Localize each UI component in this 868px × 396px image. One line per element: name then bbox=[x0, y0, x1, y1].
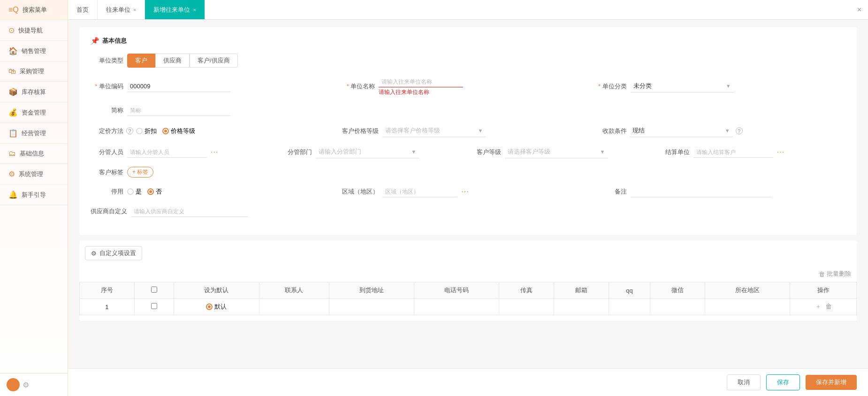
sidebar-item-label: 基础信息 bbox=[20, 149, 44, 158]
settlement-unit-input[interactable] bbox=[693, 147, 773, 158]
supplier-custom-row: 供应商自定义 bbox=[91, 206, 845, 217]
customer-price-level-select[interactable]: 请选择客户价格等级 ▼ bbox=[382, 124, 486, 137]
chevron-down-icon: ▼ bbox=[600, 149, 605, 155]
sidebar-item-shortcut[interactable]: ⊙ 快捷导航 bbox=[0, 20, 68, 41]
close-tab-partners[interactable]: × bbox=[133, 7, 136, 13]
unit-btn-customer[interactable]: 客户 bbox=[127, 54, 155, 68]
sidebar-item-sales[interactable]: 🏠 销售管理 bbox=[0, 41, 68, 62]
tab-partners[interactable]: 往来单位 × bbox=[98, 0, 145, 19]
unit-category-label: 单位分类 bbox=[594, 82, 627, 91]
radio-yes-circle bbox=[127, 188, 134, 195]
pricing-help-icon[interactable]: ? bbox=[126, 127, 133, 134]
unit-type-label: 单位类型 bbox=[91, 56, 123, 65]
tabs-bar: 首页 往来单位 × 新增往来单位 × × bbox=[68, 0, 868, 20]
cancel-button[interactable]: 取消 bbox=[727, 374, 761, 390]
col-contact: 联系人 bbox=[259, 282, 329, 299]
radio-level-label: 价格等级 bbox=[171, 127, 195, 135]
sidebar-item-label: 系统管理 bbox=[19, 170, 43, 179]
supervisor-group: 分管人员 ··· bbox=[91, 147, 279, 158]
region-more-btn[interactable]: ··· bbox=[461, 187, 469, 196]
payment-help-icon[interactable]: ? bbox=[736, 127, 743, 134]
sidebar-item-system[interactable]: ⚙ 系统管理 bbox=[0, 164, 68, 185]
cell-check bbox=[134, 299, 174, 315]
row-checkbox[interactable] bbox=[151, 303, 157, 309]
sidebar-item-label: 经营管理 bbox=[22, 129, 46, 138]
supplier-custom-input[interactable] bbox=[131, 206, 248, 217]
bag-icon: 🛍 bbox=[8, 67, 16, 76]
disabled-radio-group: 是 否 bbox=[127, 187, 162, 196]
unit-name-wrapper: 请输入往来单位名称 bbox=[379, 76, 463, 96]
sidebar-item-basic[interactable]: 🗂 基础信息 bbox=[0, 144, 68, 164]
disabled-label: 停用 bbox=[91, 187, 123, 196]
unit-category-group: 单位分类 未分类 ▼ bbox=[594, 80, 845, 93]
radio-yes[interactable]: 是 bbox=[127, 187, 142, 196]
unit-btn-supplier[interactable]: 供应商 bbox=[155, 54, 190, 68]
pricing-method-group: 定价方法 ? 折扣 价格等级 bbox=[91, 127, 342, 135]
radio-yes-label: 是 bbox=[136, 187, 142, 196]
department-select[interactable]: 请输入分管部门 ▼ bbox=[316, 146, 419, 158]
save-and-new-button[interactable]: 保存并新增 bbox=[806, 375, 857, 390]
supervisor-more-btn[interactable]: ··· bbox=[211, 148, 218, 156]
save-button[interactable]: 保存 bbox=[766, 374, 800, 390]
customize-btn[interactable]: ⚙ 自定义项设置 bbox=[85, 246, 142, 260]
unit-category-select[interactable]: 未分类 ▼ bbox=[631, 80, 734, 93]
box-icon: 📦 bbox=[8, 87, 18, 96]
chevron-down-icon: ▼ bbox=[725, 128, 730, 133]
customer-level-select[interactable]: 请选择客户等级 ▼ bbox=[505, 146, 608, 158]
sidebar-item-guide[interactable]: 🔔 新手引导 bbox=[0, 185, 68, 205]
col-no: 序号 bbox=[80, 282, 135, 299]
select-all-checkbox[interactable] bbox=[151, 287, 157, 293]
sidebar-bottom: ⚙ bbox=[0, 373, 68, 396]
radio-default-circle bbox=[206, 303, 213, 310]
sidebar-item-inventory[interactable]: 📦 库存核算 bbox=[0, 82, 68, 102]
chevron-down-icon: ▼ bbox=[726, 83, 731, 89]
col-wechat: 微信 bbox=[650, 282, 705, 299]
cell-fax bbox=[499, 299, 554, 315]
close-all-tabs[interactable]: × bbox=[851, 6, 868, 14]
payment-terms-group: 收款条件 现结 ▼ ? bbox=[594, 124, 845, 137]
radio-default[interactable]: 默认 bbox=[179, 303, 254, 311]
unit-code-input[interactable] bbox=[127, 81, 230, 92]
tab-new-partner-label: 新增往来单位 bbox=[153, 6, 190, 14]
customer-level-label: 客户等级 bbox=[468, 148, 501, 156]
sidebar-item-operation[interactable]: 📋 经营管理 bbox=[0, 123, 68, 144]
sidebar-item-search[interactable]: ≡Q 搜索菜单 bbox=[0, 0, 68, 20]
sidebar-item-label: 采购管理 bbox=[20, 67, 44, 76]
supplier-custom-label: 供应商自定义 bbox=[91, 207, 127, 216]
radio-discount[interactable]: 折扣 bbox=[136, 127, 157, 135]
table-section: ⚙ 自定义项设置 🗑 批量删除 序号 设为默认 联系人 到货地址 bbox=[79, 241, 857, 321]
remarks-group: 备注 bbox=[594, 186, 845, 197]
payment-terms-select[interactable]: 现结 ▼ bbox=[630, 124, 733, 137]
home-icon: 🏠 bbox=[8, 47, 18, 55]
department-label: 分管部门 bbox=[279, 148, 312, 156]
unit-name-input[interactable] bbox=[379, 76, 463, 87]
unit-name-group: 单位名称 请输入往来单位名称 bbox=[342, 76, 594, 96]
region-label: 区域（地区） bbox=[342, 187, 379, 196]
short-name-input[interactable] bbox=[127, 105, 230, 116]
radio-discount-label: 折扣 bbox=[145, 127, 157, 135]
cell-phone bbox=[414, 299, 499, 315]
batch-delete-btn[interactable]: 🗑 批量删除 bbox=[819, 270, 851, 278]
radio-level[interactable]: 价格等级 bbox=[162, 127, 195, 135]
add-tag-button[interactable]: + 标签 bbox=[127, 167, 153, 178]
radio-no-label: 否 bbox=[156, 187, 162, 196]
supervisor-input[interactable] bbox=[127, 147, 207, 158]
unit-btn-both[interactable]: 客户/供应商 bbox=[190, 54, 238, 68]
sidebar-item-finance[interactable]: 💰 资金管理 bbox=[0, 102, 68, 123]
radio-no[interactable]: 否 bbox=[147, 187, 162, 196]
pricing-label: 定价方法 bbox=[91, 127, 123, 135]
delete-row-icon[interactable]: 🗑 bbox=[825, 303, 832, 311]
add-row-icon[interactable]: ＋ bbox=[815, 303, 822, 311]
cell-no: 1 bbox=[80, 299, 135, 315]
settlement-more-btn[interactable]: ··· bbox=[777, 148, 784, 156]
payment-terms-value: 现结 bbox=[632, 126, 645, 135]
region-input[interactable] bbox=[382, 186, 457, 197]
sidebar-item-purchase[interactable]: 🛍 采购管理 bbox=[0, 62, 68, 82]
col-action: 操作 bbox=[790, 282, 857, 299]
cell-region bbox=[705, 299, 790, 315]
tab-home[interactable]: 首页 bbox=[68, 0, 98, 19]
close-tab-new-partner[interactable]: × bbox=[193, 7, 196, 13]
tab-new-partner[interactable]: 新增往来单位 × bbox=[145, 0, 205, 19]
remarks-input[interactable] bbox=[631, 186, 771, 197]
col-qq: qq bbox=[609, 282, 650, 299]
